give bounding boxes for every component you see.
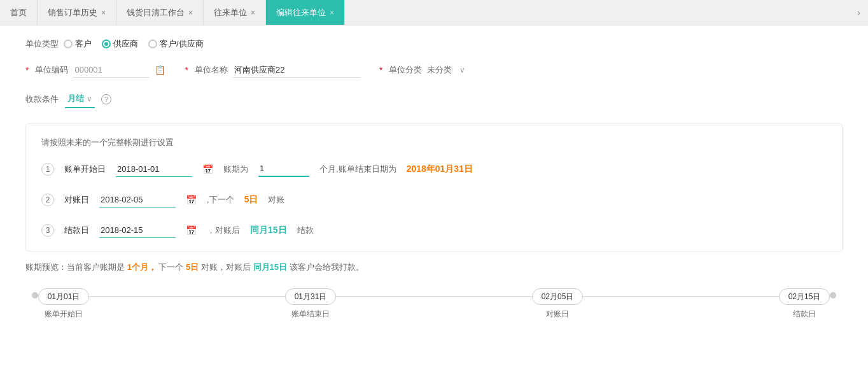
preview-suffix: 该客户会给我打款。: [290, 262, 364, 272]
tab-partner-label: 往来单位: [214, 7, 247, 18]
timeline-node-3: 02月05日 对账日: [532, 288, 583, 320]
unit-code-icon[interactable]: 📋: [155, 65, 165, 75]
tab-home[interactable]: 首页: [0, 0, 38, 25]
preview-highlight1: 1个月，: [127, 262, 157, 272]
timeline-node-1-date: 01月01日: [38, 288, 89, 305]
preview-highlight3: 同月15日: [253, 262, 287, 272]
preview-text: 账期预览：当前客户账期是 1个月， 下一个 5日 对账，对账后 同月15日 该客…: [25, 262, 843, 273]
unit-category-required: *: [379, 65, 382, 75]
radio-both[interactable]: 客户/供应商: [148, 38, 204, 50]
reconcile-date-calendar-icon[interactable]: 📅: [186, 195, 197, 205]
preview-text1: 下一个: [158, 262, 183, 272]
timeline-node-4-date: 02月15日: [779, 288, 830, 305]
tab-sales-history-label: 销售订单历史: [48, 7, 97, 18]
timeline-node-2: 01月31日 账单结束日: [285, 288, 336, 320]
unit-category-group: * 单位分类 未分类 ∨: [379, 64, 465, 76]
timeline-node-1-label: 账单开始日: [45, 309, 83, 320]
setting-1-suffix-label: 账期为: [223, 164, 248, 175]
setting-label-3: 结款日: [64, 225, 89, 236]
timeline-node-4-label: 结款日: [793, 309, 816, 320]
preview-highlight2: 5日: [186, 262, 199, 272]
unit-name-required: *: [185, 65, 188, 75]
setting-label-1: 账单开始日: [64, 164, 106, 175]
timeline-node-1: 01月01日 账单开始日: [38, 288, 89, 320]
tab-edit-partner[interactable]: 编辑往来单位 ×: [266, 0, 345, 25]
tab-cash-work-label: 钱货日清工作台: [127, 7, 185, 18]
timeline-node-4: 02月15日 结款日: [779, 288, 830, 320]
unit-category-dropdown-arrow[interactable]: ∨: [459, 66, 465, 74]
timeline: 01月01日 账单开始日 01月31日 账单结束日 02月05日 对账日 02月…: [25, 288, 843, 320]
tab-scroll-arrow[interactable]: ›: [850, 7, 868, 18]
preview-text2: 对账，对账后: [201, 262, 251, 272]
tab-cash-work-close[interactable]: ×: [188, 8, 193, 17]
setting-num-1: 1: [41, 163, 54, 176]
setting-3-suffix: 结款: [297, 225, 314, 236]
unit-code-input[interactable]: [73, 62, 150, 78]
tab-sales-history[interactable]: 销售订单历史 ×: [38, 0, 116, 25]
setting-num-2: 2: [41, 194, 54, 206]
setting-row-3: 3 结款日 📅 ，对账后 同月15日 结款: [41, 223, 827, 238]
tab-sales-history-close[interactable]: ×: [101, 8, 106, 17]
card-title: 请按照未来的一个完整帐期进行设置: [41, 137, 827, 148]
unit-type-row: 单位类型 客户 供应商 客户/供应商: [25, 38, 843, 50]
payment-condition-value: 月结: [67, 93, 84, 104]
tab-partner[interactable]: 往来单位 ×: [204, 0, 266, 25]
timeline-left-dot: [32, 292, 38, 299]
unit-type-radio-group: 客户 供应商 客户/供应商: [64, 38, 204, 50]
setting-row-1: 1 账单开始日 📅 账期为 个月,账单结束日期为 2018年01月31日: [41, 161, 827, 177]
reconcile-date-input[interactable]: [99, 192, 176, 208]
setting-3-prefix: ，对账后: [207, 225, 240, 236]
setting-2-suffix: 对账: [268, 194, 284, 206]
unit-category-label: 单位分类: [389, 64, 422, 76]
tab-home-label: 首页: [10, 7, 27, 18]
setting-1-hint: 个月,账单结束日期为: [319, 164, 396, 175]
radio-supplier[interactable]: 供应商: [102, 38, 138, 50]
payment-condition-arrow: ∨: [87, 94, 92, 103]
setting-3-highlight: 同月15日: [250, 225, 287, 236]
tab-bar: 首页 销售订单历史 × 钱货日清工作台 × 往来单位 × 编辑往来单位 × ›: [0, 0, 868, 25]
start-date-input[interactable]: [116, 162, 192, 177]
tab-partner-close[interactable]: ×: [251, 8, 255, 17]
period-months-input[interactable]: [258, 161, 309, 177]
settings-card: 请按照未来的一个完整帐期进行设置 1 账单开始日 📅 账期为 个月,账单结束日期…: [25, 123, 843, 251]
timeline-nodes: 01月01日 账单开始日 01月31日 账单结束日 02月05日 对账日 02月…: [38, 288, 830, 320]
setting-2-highlight: 5日: [244, 194, 258, 206]
tab-cash-work[interactable]: 钱货日清工作台 ×: [116, 0, 204, 25]
radio-customer-label: 客户: [75, 38, 92, 50]
radio-customer[interactable]: 客户: [64, 38, 92, 50]
timeline-right-dot: [830, 292, 836, 299]
preview-prefix: 账期预览：当前客户账期是: [25, 262, 125, 272]
radio-customer-circle: [64, 39, 73, 48]
setting-1-end-date: 2018年01月31日: [407, 164, 473, 175]
setting-num-3: 3: [41, 224, 54, 237]
timeline-node-2-label: 账单结束日: [291, 309, 330, 320]
unit-type-group: 单位类型 客户 供应商 客户/供应商: [25, 38, 204, 50]
unit-name-input[interactable]: [233, 62, 360, 78]
timeline-node-2-date: 01月31日: [285, 288, 336, 305]
start-date-calendar-icon[interactable]: 📅: [202, 164, 213, 174]
radio-both-label: 客户/供应商: [160, 38, 204, 50]
setting-row-2: 2 对账日 📅 ,下一个 5日 对账: [41, 192, 827, 208]
unit-type-label: 单位类型: [25, 38, 59, 50]
main-content: 单位类型 客户 供应商 客户/供应商 * 单位编码: [0, 25, 868, 387]
unit-code-required: *: [25, 65, 29, 75]
payment-condition-select[interactable]: 月结 ∨: [65, 90, 95, 108]
help-icon[interactable]: ?: [101, 94, 111, 104]
setting-label-2: 对账日: [64, 194, 89, 206]
timeline-node-3-label: 对账日: [546, 309, 569, 320]
payment-condition-label: 收款条件: [25, 94, 59, 105]
unit-info-row: * 单位编码 📋 * 单位名称 * 单位分类 未分类 ∨: [25, 62, 843, 78]
unit-name-label: 单位名称: [195, 64, 228, 76]
radio-both-circle: [148, 39, 157, 48]
tab-edit-partner-close[interactable]: ×: [330, 8, 334, 17]
unit-category-value: 未分类: [427, 64, 452, 76]
unit-code-group: * 单位编码 📋: [25, 62, 165, 78]
radio-supplier-circle: [102, 39, 111, 48]
unit-code-label: 单位编码: [35, 64, 68, 76]
payment-date-calendar-icon[interactable]: 📅: [186, 225, 197, 236]
payment-condition-row: 收款条件 月结 ∨ ?: [25, 90, 843, 108]
tab-edit-partner-label: 编辑往来单位: [276, 7, 326, 18]
payment-date-input[interactable]: [99, 223, 176, 238]
setting-2-prefix: ,下一个: [207, 194, 234, 206]
timeline-content: 01月01日 账单开始日 01月31日 账单结束日 02月05日 对账日 02月…: [38, 288, 830, 320]
